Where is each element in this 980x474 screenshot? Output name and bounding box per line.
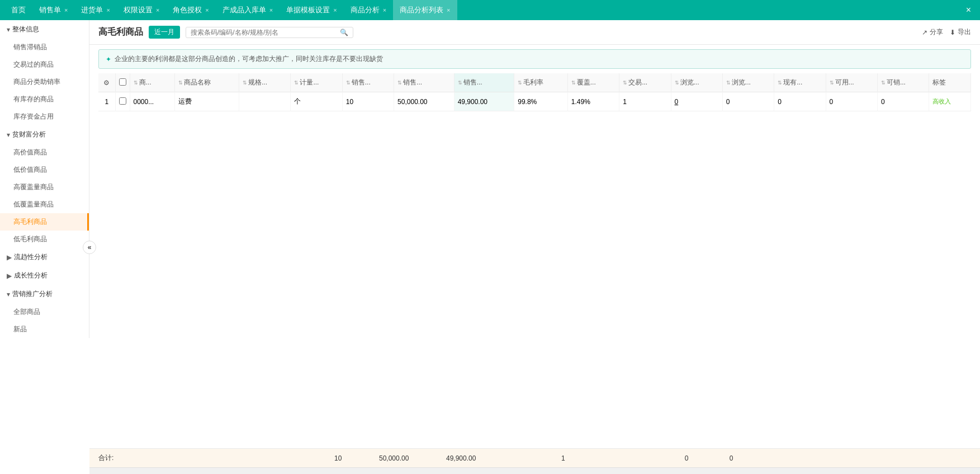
sidebar-section-trend[interactable]: ▶ 流趋性分析 [0,248,89,266]
col-header-browse1[interactable]: ⇅ 浏览... [671,73,722,92]
close-sales-tab-icon[interactable]: × [64,7,68,13]
cell-sale-profit: 49,900.00 [454,92,514,111]
horizontal-scrollbar[interactable] [89,467,980,474]
settings-icon[interactable]: ⚙ [103,79,110,87]
col-header-sale-qty[interactable]: ⇅ 销售... [342,73,394,92]
chevron-right-icon: ▶ [7,254,12,261]
sidebar-section-overall-items: 销售滞销品 交易过的商品 商品分类助销率 有库存的商品 库存资金占用 [0,39,89,125]
content-header: 高毛利商品 近一月 🔍 ↗ 分享 ⬇ 导出 [89,20,980,45]
cell-sale-amount: 50,000.00 [394,92,455,111]
sort-icon-spec: ⇅ [243,80,247,86]
cell-current-stock: 0 [774,92,826,111]
sidebar-item-sales-slow[interactable]: 销售滞销品 [0,39,89,56]
col-header-coverage[interactable]: ⇅ 覆盖... [567,73,619,92]
chevron-right-icon-2: ▶ [7,272,12,280]
footer-current-stock: 0 [647,454,692,462]
row-checkbox[interactable] [119,97,126,105]
sort-icon-name: ⇅ [178,80,183,86]
sidebar-collapse-button[interactable]: « [83,241,96,254]
sidebar-item-new-products[interactable]: 新品 [0,321,89,338]
close-permission-tab-icon[interactable]: × [156,7,159,13]
sidebar-item-low-value[interactable]: 低价值商品 [0,161,89,179]
nav-tab-sales[interactable]: 销售单 × [32,0,74,20]
cell-trade: 1 [619,92,671,111]
cell-unit: 个 [291,92,342,111]
time-filter-button[interactable]: 近一月 [149,26,180,39]
close-template-tab-icon[interactable]: × [333,7,337,13]
info-banner: ✦ 企业的主要的利润都是这部分商品创造的，可考虑加大推广，同时关注库存是不要出现… [98,49,971,69]
col-header-gross-margin[interactable]: ⇅ 毛利率 [514,73,568,92]
share-button[interactable]: ↗ 分享 [922,27,943,37]
sort-icon-sale-qty: ⇅ [346,80,351,86]
col-header-checkbox[interactable] [115,73,130,92]
cell-browse2: 0 [722,92,774,111]
sort-icon-saleable: ⇅ [881,80,886,86]
col-header-current-stock[interactable]: ⇅ 现有... [774,73,826,92]
sort-icon-browse2: ⇅ [726,80,731,86]
sidebar-item-low-coverage[interactable]: 低覆盖量商品 [0,196,89,213]
search-icon[interactable]: 🔍 [340,29,348,36]
col-header-seq[interactable]: ⚙ [98,73,115,92]
sidebar-item-category-rate[interactable]: 商品分类助销率 [0,73,89,91]
sidebar-section-overall[interactable]: ▾ 整体信息 [0,20,89,39]
table-row: 1 0000... 运费 [98,92,971,111]
window-close-button[interactable]: × [962,3,976,17]
sidebar-section-marketing[interactable]: ▾ 营销推广分析 [0,285,89,303]
col-header-sale-amount[interactable]: ⇅ 销售... [394,73,455,92]
search-input[interactable] [191,29,338,36]
col-header-trade[interactable]: ⇅ 交易... [619,73,671,92]
share-icon: ↗ [922,29,927,36]
nav-tab-home[interactable]: 首页 [4,0,32,20]
nav-tab-analysis[interactable]: 商品分析 × [344,0,393,20]
footer-sale-qty: 10 [311,454,345,462]
col-header-name[interactable]: ⇅ 商品名称 [175,73,239,92]
nav-tab-permission[interactable]: 权限设置 × [117,0,166,20]
sidebar-section-growth[interactable]: ▶ 成长性分析 [0,266,89,285]
nav-tab-purchase[interactable]: 进货单 × [74,0,116,20]
cell-saleable: 0 [877,92,929,111]
sidebar-item-high-margin[interactable]: 高毛利商品 [0,213,89,231]
sidebar-item-low-margin[interactable]: 低毛利商品 [0,231,89,248]
col-header-tag[interactable]: 标签 [929,73,971,92]
sort-icon-unit: ⇅ [294,80,299,86]
sidebar-item-in-stock[interactable]: 有库存的商品 [0,91,89,108]
col-header-unit[interactable]: ⇅ 计量... [291,73,342,92]
close-product-in-tab-icon[interactable]: × [269,7,273,13]
cell-tag: 高收入 [929,92,971,111]
sort-icon-available: ⇅ [830,80,834,86]
nav-tab-template[interactable]: 单据模板设置 × [280,0,343,20]
table-container[interactable]: ⚙ ⇅ 商... [89,73,980,448]
sidebar-item-traded[interactable]: 交易过的商品 [0,56,89,73]
sidebar-section-wealth[interactable]: ▾ 贫财富分析 [0,125,89,144]
close-analysis-tab-icon[interactable]: × [383,7,386,13]
cell-gross-margin: 99.8% [514,92,568,111]
sort-icon-trade: ⇅ [623,80,627,86]
col-header-sale-profit[interactable]: ⇅ 销售... [454,73,514,92]
cell-browse1[interactable]: 0 [671,92,722,111]
col-header-spec[interactable]: ⇅ 规格... [239,73,291,92]
chevron-down-icon-2: ▾ [7,131,10,139]
col-header-code[interactable]: ⇅ 商... [130,73,175,92]
close-analysis-list-tab-icon[interactable]: × [447,7,450,13]
sidebar-item-high-value[interactable]: 高价值商品 [0,144,89,161]
col-header-browse2[interactable]: ⇅ 浏览... [722,73,774,92]
nav-tab-product-in[interactable]: 产成品入库单 × [216,0,280,20]
page-title: 高毛利商品 [98,26,143,38]
export-button[interactable]: ⬇ 导出 [950,27,971,37]
sidebar-item-high-coverage[interactable]: 高覆盖量商品 [0,179,89,196]
close-role-tab-icon[interactable]: × [205,7,209,13]
cell-sale-qty: 10 [342,92,394,111]
select-all-checkbox[interactable] [119,78,126,86]
sidebar-item-all-products[interactable]: 全部商品 [0,303,89,321]
cell-checkbox[interactable] [115,92,130,111]
close-purchase-tab-icon[interactable]: × [106,7,110,13]
col-header-available[interactable]: ⇅ 可用... [826,73,877,92]
cell-seq: 1 [98,92,115,111]
sidebar-item-stock-capital[interactable]: 库存资金占用 [0,108,89,125]
cell-code: 0000... [130,92,175,111]
col-header-saleable[interactable]: ⇅ 可销... [877,73,929,92]
nav-tab-analysis-list[interactable]: 商品分析列表 × [393,0,457,20]
table-footer: 合计: 10 50,000.00 49,900.00 1 [89,448,980,467]
info-icon: ✦ [106,55,111,63]
nav-tab-role[interactable]: 角色授权 × [166,0,215,20]
